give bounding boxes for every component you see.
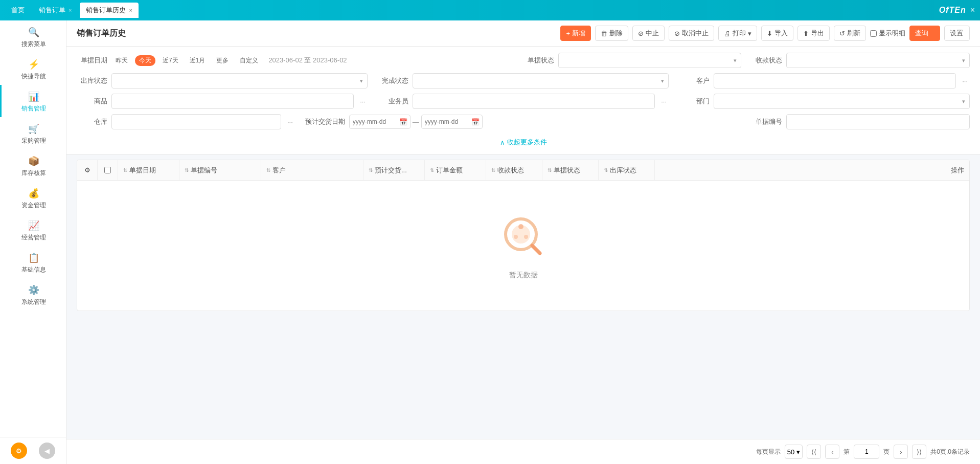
dept-label: 部门: [679, 97, 710, 106]
sidebar-item-purchase-mgmt[interactable]: 🛒 采购管理: [0, 117, 66, 149]
tab-sales-order-history-close[interactable]: ×: [129, 7, 132, 13]
th-checkbox[interactable]: [98, 160, 118, 180]
sales-rep-input[interactable]: [413, 94, 655, 109]
filter-row-4: 仓库 ··· 预计交货日期 📅 — 📅: [77, 114, 970, 129]
refresh-button[interactable]: ↺ 刷新: [834, 26, 866, 41]
filter-order-status: 单据状态 ▾: [523, 53, 742, 68]
settings-gear-icon: ⚙: [84, 166, 90, 174]
sort-icon-6: ⇅: [491, 167, 495, 173]
dept-select[interactable]: ▾: [714, 94, 970, 109]
import-label: 导入: [774, 29, 788, 38]
finance-icon: 💰: [28, 188, 39, 199]
expected-delivery-label: 预计交货日期: [305, 117, 345, 126]
th-date[interactable]: ⇅ 单据日期: [118, 160, 179, 180]
sidebar-item-base-info[interactable]: 📋 基础信息: [0, 246, 66, 278]
prev-page-btn[interactable]: ‹: [825, 445, 839, 459]
tab-sales-order[interactable]: 销售订单 ×: [33, 3, 78, 18]
th-customer[interactable]: ⇅ 客户: [261, 160, 363, 180]
sidebar-item-inventory[interactable]: 📦 库存核算: [0, 149, 66, 182]
th-operation: 操作: [655, 160, 969, 180]
last-page-btn[interactable]: ⟩⟩: [912, 445, 926, 459]
sidebar-item-search-menu[interactable]: 🔍 搜索菜单: [0, 20, 66, 53]
sidebar-item-search-menu-label: 搜索菜单: [21, 40, 46, 49]
export-button[interactable]: ⬆ 导出: [797, 26, 830, 41]
filter-row-1: 单据日期 昨天 今天 近7天 近1月 更多 自定义 2023-06-02 至 2…: [77, 53, 970, 68]
sort-icon-5: ⇅: [430, 167, 434, 173]
settings-button[interactable]: 设置: [944, 26, 970, 41]
sidebar-item-sys-mgmt[interactable]: ⚙️ 系统管理: [0, 278, 66, 311]
th-receipt-status[interactable]: ⇅ 收款状态: [486, 160, 542, 180]
goods-input[interactable]: [111, 94, 354, 109]
date-more[interactable]: 更多: [212, 55, 233, 66]
th-delivery-status-label: 出库状态: [610, 166, 636, 175]
th-amount[interactable]: ⇅ 订单金额: [425, 160, 486, 180]
filter-receipt-status: 收款状态 ▾: [751, 53, 970, 68]
display-toggle[interactable]: 显示明细: [870, 29, 905, 38]
tab-sales-order-label: 销售订单: [39, 6, 65, 15]
th-order-no[interactable]: ⇅ 单据编号: [179, 160, 261, 180]
query-button[interactable]: 查询: [909, 26, 940, 41]
delivery-status-select[interactable]: ▾: [111, 73, 368, 89]
tab-home[interactable]: 首页: [5, 3, 31, 18]
display-toggle-checkbox[interactable]: [870, 30, 877, 37]
order-status-select[interactable]: ▾: [558, 53, 742, 68]
cancel-stop-button[interactable]: ⊘ 取消中止: [669, 26, 714, 41]
th-delivery-status[interactable]: ⇅ 出库状态: [599, 160, 655, 180]
th-settings[interactable]: ⚙: [77, 160, 98, 180]
sales-mgmt-icon: 📊: [28, 91, 39, 102]
receipt-status-arrow-icon: ▾: [962, 57, 965, 64]
sidebar-item-sales-mgmt-label: 销售管理: [21, 104, 46, 113]
date-yesterday[interactable]: 昨天: [111, 55, 132, 66]
order-no-label: 单据编号: [751, 117, 782, 126]
completion-status-label: 完成状态: [378, 76, 408, 85]
add-label: 新增: [572, 29, 585, 38]
warehouse-input[interactable]: [111, 114, 281, 129]
window-close-btn[interactable]: ×: [970, 6, 975, 15]
data-table: ⚙ ⇅ 单据日期 ⇅ 单据编号 ⇅ 客户: [77, 160, 970, 311]
stop-button[interactable]: ⊘ 中止: [632, 26, 665, 41]
sidebar-item-finance[interactable]: 💰 资金管理: [0, 182, 66, 214]
sort-icon-7: ⇅: [548, 167, 552, 173]
tab-sales-order-close[interactable]: ×: [69, 7, 72, 13]
tab-sales-order-history[interactable]: 销售订单历史 ×: [80, 3, 138, 18]
import-button[interactable]: ⬇ 导入: [761, 26, 793, 41]
filter-goods: 商品 ···: [77, 94, 368, 109]
sidebar-item-operations[interactable]: 📈 经营管理: [0, 214, 66, 246]
goods-ellipsis[interactable]: ···: [358, 98, 368, 105]
next-page-btn[interactable]: ›: [894, 445, 908, 459]
import-icon: ⬇: [767, 30, 772, 37]
sidebar-item-sales-mgmt[interactable]: 📊 销售管理: [0, 85, 66, 117]
date-last1month[interactable]: 近1月: [186, 55, 210, 66]
order-no-input[interactable]: [786, 114, 970, 129]
date-today[interactable]: 今天: [135, 55, 155, 66]
print-button[interactable]: 🖨 打印 ▾: [718, 26, 757, 41]
tab-bar: 首页 销售订单 × 销售订单历史 ×: [5, 3, 939, 18]
add-button[interactable]: + 新增: [560, 26, 591, 41]
sidebar-item-quick-nav[interactable]: ⚡ 快捷导航: [0, 53, 66, 85]
warehouse-ellipsis[interactable]: ···: [285, 118, 295, 126]
filter-expected-delivery: 预计交货日期 📅 — 📅: [305, 115, 742, 129]
customer-ellipsis[interactable]: ···: [960, 77, 970, 85]
current-page-input[interactable]: [854, 445, 879, 459]
customer-input[interactable]: [714, 73, 956, 89]
top-bar: 首页 销售订单 × 销售订单历史 × OfTEn ×: [0, 0, 980, 20]
per-page-select[interactable]: 50 ▾: [785, 445, 803, 459]
sales-rep-ellipsis[interactable]: ···: [659, 98, 669, 105]
table-header: ⚙ ⇅ 单据日期 ⇅ 单据编号 ⇅ 客户: [77, 160, 969, 181]
filter-row-2: 出库状态 ▾ 完成状态 ▾ 客户 ···: [77, 73, 970, 89]
th-order-status[interactable]: ⇅ 单据状态: [542, 160, 599, 180]
receipt-status-select[interactable]: ▾: [786, 53, 970, 68]
receipt-status-label: 收款状态: [751, 56, 782, 65]
select-all-checkbox[interactable]: [104, 167, 111, 173]
warehouse-label: 仓库: [77, 117, 107, 126]
sidebar-collapse-btn[interactable]: ◀: [39, 443, 55, 459]
first-page-btn[interactable]: ⟨⟨: [807, 445, 821, 459]
date-custom[interactable]: 自定义: [236, 55, 262, 66]
sidebar-settings-btn[interactable]: ⚙: [11, 443, 27, 459]
completion-status-select[interactable]: ▾: [413, 73, 669, 89]
th-delivery[interactable]: ⇅ 预计交货...: [363, 160, 425, 180]
query-label: 查询: [915, 29, 928, 38]
date-last7days[interactable]: 近7天: [158, 55, 183, 66]
delete-button[interactable]: 🗑 删除: [595, 26, 628, 41]
collapse-btn[interactable]: ∧ 收起更多条件: [77, 135, 970, 148]
